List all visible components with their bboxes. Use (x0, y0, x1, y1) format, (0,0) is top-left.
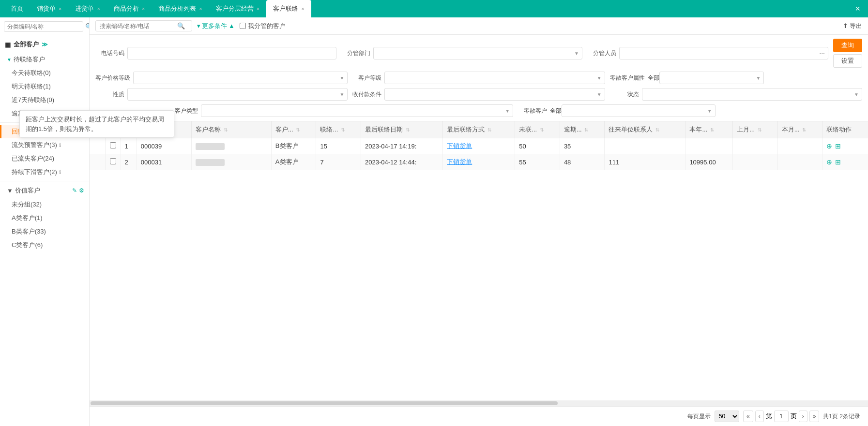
settings-icon-2[interactable]: ⚙ (79, 187, 84, 194)
export-btn[interactable]: ⬆ 导出 (843, 22, 862, 30)
manager-select[interactable]: ··· (619, 47, 828, 59)
col-this-year-sort[interactable]: ⇅ (710, 127, 714, 132)
row1-last-method-link[interactable]: 下销货单 (447, 142, 472, 149)
tab-customer-tier[interactable]: 客户分层经营 × (209, 0, 266, 17)
col-overdue-sort[interactable]: ⇅ (584, 127, 588, 132)
search-icon[interactable]: 🔍 (177, 22, 185, 29)
field-dept: 分管部门 ▼ (341, 47, 582, 59)
sidebar-item-ungroup[interactable]: 未分组(32) (0, 198, 89, 211)
tab-sales[interactable]: 销货单 × (30, 0, 68, 17)
tab-sales-close[interactable]: × (59, 6, 61, 12)
next-page-btn[interactable]: › (799, 411, 807, 422)
row1-this-month (777, 138, 822, 154)
col-name-sort[interactable]: ⇅ (224, 127, 228, 132)
row2-check[interactable] (110, 158, 116, 164)
col-last-month-sort[interactable]: ⇅ (758, 127, 761, 132)
retail-attr-select[interactable]: ▼ (659, 72, 764, 84)
row1-unread: 50 (515, 138, 560, 154)
sidebar-search-input[interactable] (4, 21, 83, 32)
tab-purchase[interactable]: 进货单 × (68, 0, 107, 17)
phone-label: 电话号码 (95, 49, 124, 58)
row2-last-method-link[interactable]: 下销货单 (447, 158, 472, 165)
window-close-icon[interactable]: × (851, 4, 864, 14)
more-conditions-btn[interactable]: ▾ 更多条件 ▲ (197, 22, 235, 30)
row1-check[interactable] (110, 142, 116, 148)
sidebar-item-today[interactable]: 今天待联络(0) (0, 66, 89, 80)
nature-select[interactable]: ▼ (127, 88, 348, 101)
sidebar-item-churned[interactable]: 已流失客户(24) (0, 152, 89, 165)
row1-contact-icon[interactable]: ⊕ (826, 142, 832, 150)
sidebar-item-declining[interactable]: 持续下滑客户(2) ℹ (0, 165, 89, 179)
dept-select[interactable]: ▼ (373, 47, 582, 59)
retail-customer-value: 全部 (550, 107, 562, 115)
dots-icon[interactable]: ··· (819, 49, 825, 57)
row1-more-icon[interactable]: ⊞ (835, 142, 841, 150)
sidebar-item-b-class[interactable]: B类客户(33) (0, 225, 89, 238)
row1-last-month (733, 138, 778, 154)
tab-customer-contact[interactable]: 客户联络 × (266, 0, 311, 17)
payment-select[interactable]: ▼ (384, 88, 605, 101)
tab-product-analysis[interactable]: 商品分析 × (107, 0, 152, 17)
sidebar-item-tomorrow[interactable]: 明天待联络(1) (0, 80, 89, 93)
col-contacts-person-label: 往来单位联系人 (609, 126, 653, 133)
retail-customer-select[interactable]: ▼ (562, 104, 715, 117)
horizontal-scrollbar[interactable] (90, 400, 868, 406)
row2-contact-icon[interactable]: ⊕ (826, 158, 832, 166)
row2-last-month (733, 154, 778, 170)
tab-customer-tier-close[interactable]: × (257, 6, 259, 12)
query-button[interactable]: 查询 (833, 39, 862, 52)
row2-this-year: 10995.00 (685, 154, 733, 170)
row1-last-method: 下销货单 (443, 138, 515, 154)
settings-button[interactable]: 设置 (833, 54, 862, 68)
my-customer-checkbox[interactable] (240, 23, 246, 29)
tab-home[interactable]: 首页 (4, 0, 30, 17)
sidebar-item-churn-warning[interactable]: 流失预警客户(3) ℹ (0, 138, 89, 152)
sidebar-collapse-icon[interactable]: ≫ (42, 41, 48, 48)
tab-product-analysis-list[interactable]: 商品分析列表 × (152, 0, 209, 17)
tooltip-box: 距客户上次交易时长，超过了此客户的平均交易周期的1.5倍，则视为异常。 (19, 110, 174, 138)
sidebar-item-c-class[interactable]: C类客户(6) (0, 238, 89, 252)
page-input[interactable] (774, 411, 789, 422)
sidebar-group-value[interactable]: ▼ 价值客户 ✎ ⚙ (0, 183, 89, 198)
sidebar-item-a-class[interactable]: A类客户(1) (0, 211, 89, 225)
col-unread-sort[interactable]: ⇅ (540, 127, 544, 132)
filter-row-4: ··· 客户类型 ▼ 零散客户 全部 ▼ (95, 104, 862, 117)
more-conditions-label: 更多条件 (202, 22, 227, 30)
customer-level-select[interactable]: ▼ (384, 72, 605, 84)
scroll-thumb[interactable] (91, 401, 558, 405)
sidebar-item-7days[interactable]: 近7天待联络(0) (0, 93, 89, 107)
price-level-select[interactable]: ▼ (133, 72, 348, 84)
last-page-btn[interactable]: » (809, 411, 820, 422)
grid-icon: ▦ (5, 41, 11, 48)
tab-customer-contact-close[interactable]: × (301, 6, 304, 12)
col-last-method-sort[interactable]: ⇅ (487, 127, 491, 132)
sidebar-group-pending[interactable]: ▼ 待联络客户 (0, 53, 89, 66)
row2-more-icon[interactable]: ⊞ (835, 158, 841, 166)
field-price-level: 客户价格等级 ▼ (95, 72, 348, 84)
phone-input[interactable] (127, 47, 336, 59)
row2-last-method: 下销货单 (443, 154, 515, 170)
table-area: ⚙ 客户编码 ⇅ 客户名称 ⇅ (90, 121, 868, 400)
filter-row-1: 电话号码 分管部门 ▼ 分管人员 ··· (95, 39, 862, 68)
field-retail-attr: 零散客户属性 全部 ▼ (610, 72, 862, 84)
col-type-sort[interactable]: ⇅ (296, 127, 300, 132)
customer-type-chevron: ▼ (505, 108, 510, 114)
sidebar-all-customers[interactable]: ▦ 全部客户 ≫ (0, 36, 89, 53)
col-contact-sort[interactable]: ⇅ (341, 127, 345, 132)
tab-customer-tier-label: 客户分层经营 (216, 4, 254, 13)
tab-purchase-close[interactable]: × (97, 6, 100, 12)
status-select[interactable]: ▼ (642, 88, 862, 101)
sidebar-search-icon[interactable]: 🔍 (85, 23, 90, 30)
tab-product-analysis-close[interactable]: × (142, 6, 145, 12)
prev-page-btn[interactable]: ‹ (755, 411, 764, 422)
col-contacts-sort[interactable]: ⇅ (655, 127, 659, 132)
col-last-date-sort[interactable]: ⇅ (406, 127, 410, 132)
my-customer-wrap: 我分管的客户 (240, 22, 286, 30)
customer-type-select[interactable]: ▼ (201, 104, 513, 117)
search-input[interactable] (100, 23, 177, 29)
tab-product-analysis-list-close[interactable]: × (199, 6, 202, 12)
edit-icon[interactable]: ✎ (72, 187, 77, 194)
per-page-select[interactable]: 20 50 100 (715, 411, 739, 422)
first-page-btn[interactable]: « (743, 411, 753, 422)
col-this-month-sort[interactable]: ⇅ (802, 127, 806, 132)
